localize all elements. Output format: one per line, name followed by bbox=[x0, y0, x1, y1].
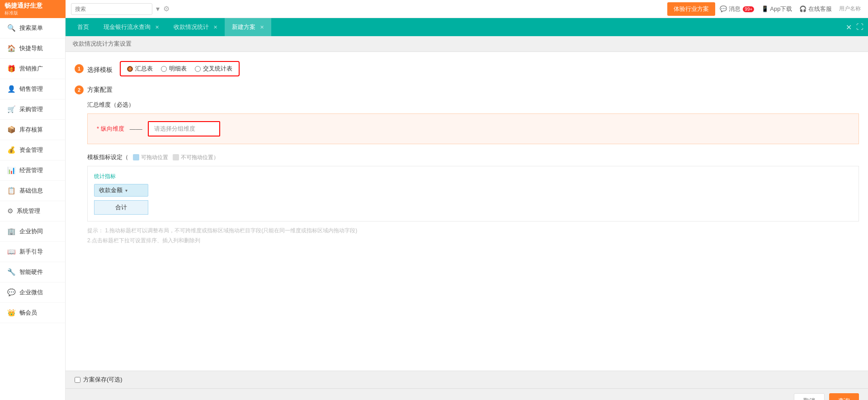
cancel-button[interactable]: 取消 bbox=[794, 393, 825, 400]
action-bar: 取消 查询 bbox=[66, 388, 868, 400]
dimension-arrow: —— bbox=[130, 125, 142, 132]
search-input[interactable] bbox=[71, 3, 152, 15]
sidebar-item-inventory[interactable]: 📦 库存核算 bbox=[0, 120, 65, 140]
step2-section: 2 方案配置 汇总维度（必选） * 纵向维度 —— 请选择分组维度 bbox=[75, 85, 859, 245]
chart-icon: 📊 bbox=[7, 166, 16, 174]
download-area[interactable]: 📱 App下载 bbox=[761, 5, 792, 13]
tab-close-receipt[interactable]: ✕ bbox=[213, 24, 217, 30]
sidebar-item-wechat[interactable]: 💬 企业微信 bbox=[0, 282, 65, 303]
tab-maximize-btn[interactable]: ⛶ bbox=[856, 23, 863, 31]
dimension-selector[interactable]: 请选择分组维度 bbox=[148, 121, 220, 136]
sidebar-item-nav[interactable]: 🏠 快捷导航 bbox=[0, 38, 65, 59]
draggable-hint: 可拖动位置 bbox=[133, 154, 168, 161]
dimension-box: * 纵向维度 —— 请选择分组维度 bbox=[87, 113, 859, 144]
book-icon: 📖 bbox=[7, 248, 16, 256]
sidebar-label-marketing: 营销推广 bbox=[19, 65, 43, 73]
step2-title: 方案配置 bbox=[87, 86, 113, 94]
chevron-down-icon: ▾ bbox=[125, 188, 127, 193]
service-area[interactable]: 🎧 在线客服 bbox=[799, 5, 832, 13]
radio-summary[interactable]: 汇总表 bbox=[127, 65, 153, 73]
tab-home[interactable]: 首页 bbox=[70, 18, 96, 36]
sidebar-label-inventory: 库存核算 bbox=[19, 126, 43, 134]
sidebar-label-guide: 新手引导 bbox=[19, 248, 43, 256]
sidebar-label-basic: 基础信息 bbox=[19, 187, 43, 195]
box-icon: 📦 bbox=[7, 126, 16, 134]
dropdown-icon[interactable]: ▾ bbox=[156, 5, 160, 13]
metric-tag-amount[interactable]: 收款金额 ▾ bbox=[94, 184, 148, 197]
form-container: 1 选择模板 汇总表 明细表 bbox=[66, 52, 868, 371]
msg-area[interactable]: 💬 消息 99+ bbox=[720, 5, 754, 13]
metrics-config-label: 模板指标设定（ 可拖动位置 不可拖动位置） bbox=[87, 153, 859, 161]
dimension-label: 汇总维度（必选） bbox=[87, 101, 859, 109]
tab-bar: 首页 现金银行流水查询 ✕ 收款情况统计 ✕ 新建方案 ✕ ✕ ⛶ bbox=[66, 18, 868, 36]
wechat-icon: 💬 bbox=[7, 288, 16, 296]
dimension-row: * 纵向维度 —— 请选择分组维度 bbox=[97, 121, 849, 136]
sidebar-item-finance[interactable]: 💰 资金管理 bbox=[0, 140, 65, 160]
tab-close-new-plan[interactable]: ✕ bbox=[260, 24, 264, 30]
metrics-area: 统计指标 收款金额 ▾ 合计 bbox=[87, 166, 859, 221]
tab-receipt[interactable]: 收款情况统计 ✕ bbox=[166, 18, 225, 36]
tab-cashflow[interactable]: 现金银行流水查询 ✕ bbox=[96, 18, 166, 36]
user-icon: 👤 bbox=[7, 85, 16, 93]
sidebar-item-system[interactable]: ⚙ 系统管理 bbox=[0, 201, 65, 221]
sidebar-item-guide[interactable]: 📖 新手引导 bbox=[0, 242, 65, 262]
money-icon: 💰 bbox=[7, 146, 16, 154]
msg-badge: 99+ bbox=[743, 6, 754, 12]
sidebar: 🔍 搜索菜单 🏠 快捷导航 🎁 营销推广 👤 销售管理 🛒 采购管理 📦 库存核… bbox=[0, 18, 66, 400]
sidebar-label-system: 系统管理 bbox=[17, 207, 40, 215]
gift-icon: 🎁 bbox=[7, 65, 16, 73]
cart-icon: 🛒 bbox=[7, 105, 16, 113]
metric-total: 合计 bbox=[94, 200, 148, 215]
sidebar-item-marketing[interactable]: 🎁 营销推广 bbox=[0, 59, 65, 79]
radio-detail[interactable]: 明细表 bbox=[161, 65, 187, 73]
non-draggable-hint: 不可拖动位置） bbox=[173, 154, 219, 161]
save-checkbox[interactable] bbox=[75, 377, 80, 383]
logo-main: 畅捷通好生意 bbox=[5, 2, 61, 10]
template-radio-group: 汇总表 明细表 交叉统计表 bbox=[120, 61, 240, 76]
step1-header: 1 选择模板 汇总表 明细表 bbox=[75, 61, 859, 76]
sidebar-item-hardware[interactable]: 🔧 智能硬件 bbox=[0, 262, 65, 282]
query-button[interactable]: 查询 bbox=[829, 393, 859, 400]
sidebar-item-basic[interactable]: 📋 基础信息 bbox=[0, 181, 65, 201]
radio-cross[interactable]: 交叉统计表 bbox=[195, 65, 232, 73]
sidebar-label-wechat: 企业微信 bbox=[19, 288, 43, 296]
tips-area: 提示： 1.拖动标题栏可以调整布局，不可跨维度或指标区域拖动栏目字段(只能在同一… bbox=[87, 226, 859, 245]
tab-close-btn[interactable]: ✕ bbox=[846, 23, 852, 32]
step1-title: 选择模板 汇总表 明细表 bbox=[87, 61, 240, 76]
dimension-section: 汇总维度（必选） * 纵向维度 —— 请选择分组维度 bbox=[87, 101, 859, 245]
tab-close-cashflow[interactable]: ✕ bbox=[155, 24, 159, 30]
sidebar-item-purchase[interactable]: 🛒 采购管理 bbox=[0, 99, 65, 120]
sidebar-item-sales[interactable]: 👤 销售管理 bbox=[0, 79, 65, 99]
hint-box-gray bbox=[173, 154, 179, 160]
save-checkbox-label[interactable]: 方案保存(可选) bbox=[75, 376, 123, 384]
step2-circle: 2 bbox=[75, 85, 84, 94]
step2-header: 2 方案配置 bbox=[75, 85, 859, 94]
sidebar-label-finance: 资金管理 bbox=[19, 146, 43, 154]
industry-btn[interactable]: 体验行业方案 bbox=[667, 2, 715, 16]
logo-area: 畅捷通好生意 标准版 bbox=[0, 0, 66, 18]
content-area: 收款情况统计方案设置 1 选择模板 汇总表 bbox=[66, 36, 868, 400]
sidebar-label-sales: 销售管理 bbox=[19, 85, 43, 93]
sidebar-label-hardware: 智能硬件 bbox=[19, 268, 43, 276]
hint-box-blue bbox=[133, 154, 139, 160]
sidebar-label-purchase: 采购管理 bbox=[19, 105, 43, 113]
sidebar-item-collab[interactable]: 🏢 企业协同 bbox=[0, 221, 65, 242]
tip-line1: 提示： 1.拖动标题栏可以调整布局，不可跨维度或指标区域拖动栏目字段(只能在同一… bbox=[87, 226, 859, 236]
home-icon: 🏠 bbox=[7, 44, 16, 52]
search-icon: 🔍 bbox=[7, 24, 16, 32]
gear-icon[interactable]: ⚙ bbox=[163, 5, 170, 13]
clipboard-icon: 📋 bbox=[7, 187, 16, 195]
sidebar-item-search[interactable]: 🔍 搜索菜单 bbox=[0, 18, 65, 38]
building-icon: 🏢 bbox=[7, 227, 16, 235]
sidebar-label-member: 畅会员 bbox=[19, 309, 37, 317]
sidebar-label-collab: 企业协同 bbox=[19, 227, 43, 235]
tool-icon: 🔧 bbox=[7, 268, 16, 276]
metrics-config: 模板指标设定（ 可拖动位置 不可拖动位置） bbox=[87, 153, 859, 245]
logo-sub: 标准版 bbox=[5, 10, 61, 16]
tip-line2: 2.点击标题栏下拉可设置排序、插入列和删除列 bbox=[87, 236, 859, 246]
sidebar-item-member[interactable]: 👑 畅会员 bbox=[0, 303, 65, 323]
sidebar-item-management[interactable]: 📊 经营管理 bbox=[0, 160, 65, 181]
tab-new-plan[interactable]: 新建方案 ✕ bbox=[225, 18, 271, 36]
sidebar-label-nav: 快捷导航 bbox=[19, 44, 43, 52]
page-title: 收款情况统计方案设置 bbox=[66, 36, 868, 52]
